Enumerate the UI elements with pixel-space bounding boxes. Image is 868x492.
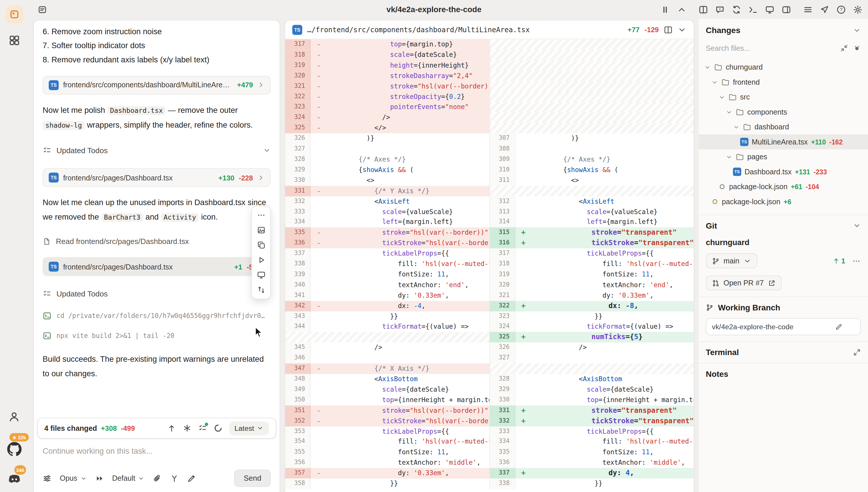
tree-item[interactable]: TSMultiLineArea.tsx+110-162 (699, 134, 868, 149)
model-select[interactable]: Opus (60, 474, 87, 483)
diff-row[interactable]: 334 left={margin.left}314 left={margin.l… (285, 217, 694, 227)
tool-icon[interactable] (170, 474, 179, 483)
tree-item[interactable]: package-lock.json+61-104 (699, 179, 868, 194)
diff-row[interactable]: 351- stroke="hsl(var(--border))"331+ str… (285, 405, 694, 416)
diff-row[interactable]: 344 tickFormat={(value) =>324 tickFormat… (285, 322, 694, 332)
split-view-icon[interactable] (664, 25, 673, 34)
file-diff-chip[interactable]: TS frontend/src/pages/Dashboard.tsx +130… (43, 169, 271, 188)
layout-columns-icon[interactable] (699, 5, 708, 14)
diff-row[interactable]: 340 textAnchor: 'end',320 textAnchor: 'e… (285, 280, 694, 290)
terminal-header[interactable]: Terminal (706, 348, 861, 357)
diff-row[interactable]: 325- </> (285, 123, 694, 133)
monitor-icon[interactable] (765, 5, 774, 14)
read-file-row[interactable]: Read frontend/src/pages/Dashboard.tsx (43, 234, 271, 249)
settings-gear-icon[interactable] (853, 5, 863, 14)
diff-row[interactable]: 328 {/* Axes */}309 {/* Axes */} (285, 154, 694, 165)
monitor-icon[interactable] (257, 270, 266, 279)
board-view-button[interactable] (8, 34, 21, 48)
mascot-icon[interactable] (853, 44, 861, 52)
diff-row[interactable]: 353 tickLabelProps={{333 tickLabelProps=… (285, 426, 694, 437)
arrow-up-icon[interactable] (167, 424, 176, 433)
tree-item[interactable]: pages (699, 149, 868, 164)
sync-icon[interactable] (732, 5, 741, 14)
diff-row[interactable]: 331- {/* Y Axis */} (285, 186, 694, 196)
help-icon[interactable]: ? (836, 5, 846, 14)
diff-row[interactable]: 320- strokeDasharray="2,4" (285, 71, 694, 81)
diff-row[interactable]: 346327 (285, 353, 694, 364)
updated-todos-row[interactable]: Updated Todos (43, 285, 271, 302)
forward-icon[interactable] (820, 5, 829, 14)
chat-transcript[interactable]: 6. Remove zoom instruction noise 7. Soft… (34, 21, 280, 415)
diff-row[interactable]: 354 fill: 'hsl(var(--muted-foreground))'… (285, 437, 694, 447)
diff-row[interactable]: 337 tickLabelProps={{317 tickLabelProps=… (285, 248, 694, 259)
diff-row[interactable]: 318- scale={dateScale} (285, 50, 694, 60)
menu-icon[interactable] (803, 5, 813, 14)
message-dot-icon[interactable] (715, 5, 725, 14)
diff-row[interactable]: 330 <>311 <> (285, 175, 694, 186)
send-button[interactable]: Send (234, 470, 271, 487)
collapse-icon[interactable] (677, 5, 686, 14)
diff-row[interactable]: 323- pointerEvents="none" (285, 102, 694, 113)
sidebar-right-icon[interactable] (782, 5, 791, 14)
tree-item[interactable]: frontend (699, 75, 868, 89)
composer-input[interactable] (37, 442, 276, 464)
diff-row[interactable]: 332 <AxisLeft312 <AxisLeft (285, 196, 694, 206)
diff-row[interactable]: 345 />326 /> (285, 343, 694, 353)
diff-row[interactable]: 325+ numTicks={5} (285, 332, 694, 343)
diff-row[interactable]: 317- top={margin.top} (285, 39, 694, 50)
updated-todos-row[interactable]: Updated Todos (43, 142, 271, 159)
file-diff-chip[interactable]: TS frontend/src/pages/Dashboard.tsx +1 -… (43, 257, 271, 276)
diff-row[interactable]: 324- /> (285, 113, 694, 123)
tree-item[interactable]: dashboard (699, 120, 868, 134)
diff-row[interactable]: 341 dy: '0.33em',321 dy: '0.33em', (285, 290, 694, 301)
diff-row[interactable]: 357- dy: '0.33em',337+ dy: 4, (285, 468, 694, 479)
diff-row[interactable]: 352- tickStroke="hsl(var(--border))"332+… (285, 416, 694, 426)
diff-row[interactable]: 322- strokeOpacity={0.2} (285, 92, 694, 102)
diff-row[interactable]: 333 scale={valueScale}313 scale={valueSc… (285, 206, 694, 217)
collapse-tree-icon[interactable] (840, 44, 848, 52)
copy-icon[interactable] (257, 241, 266, 250)
diff-row[interactable]: 350 top={innerHeight + margin.top}330 to… (285, 395, 694, 405)
file-search-input[interactable] (706, 44, 835, 52)
user-icon[interactable] (8, 411, 20, 423)
pause-icon[interactable] (660, 5, 670, 14)
sliders-icon[interactable] (43, 474, 52, 483)
github-icon[interactable] (7, 442, 22, 457)
fast-forward-icon[interactable] (95, 474, 104, 483)
changes-summary-bar[interactable]: 4 files changed +308 -499 Latest (37, 418, 276, 439)
todos-status-icon[interactable] (198, 424, 207, 433)
open-pr-button[interactable]: Open PR #7 (706, 276, 781, 290)
terminal-icon[interactable] (748, 5, 758, 14)
diff-row[interactable]: 348 <AxisBottom328 <AxisBottom (285, 374, 694, 385)
spark-icon[interactable] (182, 424, 191, 433)
chevron-down-icon[interactable] (678, 25, 686, 34)
diff-row[interactable]: 327308 (285, 144, 694, 154)
tree-item[interactable]: churnguard (699, 60, 868, 75)
screenshot-icon[interactable] (257, 226, 266, 235)
play-icon[interactable] (257, 255, 266, 265)
compare-icon[interactable] (257, 286, 266, 294)
diff-row[interactable]: 355 fontSize: 11,335 fontSize: 11, (285, 447, 694, 458)
notes-header[interactable]: Notes (706, 370, 861, 378)
version-select[interactable]: Latest (229, 421, 269, 435)
commits-ahead[interactable]: 1 (832, 257, 845, 265)
pen-icon[interactable] (187, 474, 196, 483)
mode-select[interactable]: Default (112, 474, 145, 483)
tree-item[interactable]: package-lock.json+6 (699, 194, 868, 209)
diff-row[interactable]: 358 }}338 }} (285, 479, 694, 489)
changes-header[interactable]: Changes (699, 19, 868, 40)
more-icon[interactable] (852, 256, 861, 266)
diff-row[interactable]: 321- stroke="hsl(var(--border))" (285, 81, 694, 92)
diff-row[interactable]: 319- height={innerHeight} (285, 60, 694, 71)
diff-row[interactable]: 336- tickStroke="hsl(var(--border))"316+… (285, 238, 694, 248)
diff-row[interactable]: 335- stroke="hsl(var(--border))"315+ str… (285, 227, 694, 238)
diff-row[interactable]: 342- dx: -4,322+ dx: -8, (285, 301, 694, 311)
more-icon[interactable] (257, 211, 266, 220)
diff-row[interactable]: 347- {/* X Axis */} (285, 364, 694, 374)
diff-row[interactable]: 329 {showAxis && (310 {showAxis && ( (285, 165, 694, 175)
workspace-home-button[interactable] (5, 5, 23, 23)
tree-item[interactable]: src (699, 90, 868, 104)
attach-icon[interactable] (153, 474, 162, 483)
diff-row[interactable]: 356 textAnchor: 'middle',336 textAnchor:… (285, 458, 694, 468)
git-header[interactable]: Git (706, 221, 861, 230)
